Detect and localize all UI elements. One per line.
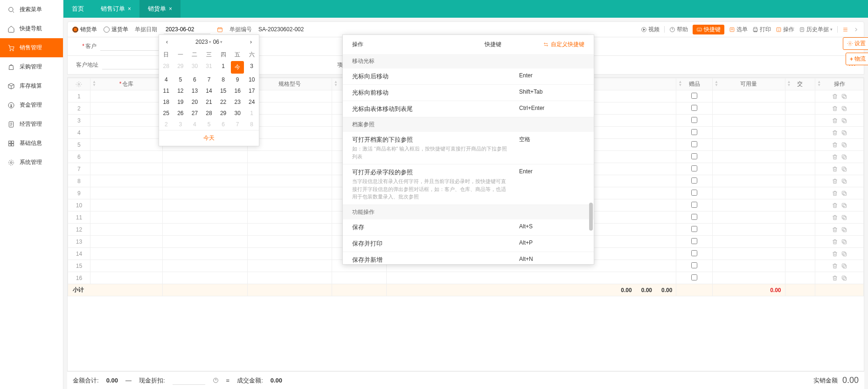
gift-checkbox[interactable] [691,190,697,196]
dp-day[interactable]: 今 [231,61,244,74]
doc-date-input[interactable] [164,25,210,34]
dp-day[interactable]: 13 [187,85,202,96]
copy-icon[interactable] [841,166,847,172]
video-button[interactable]: 视频 [641,26,660,34]
gift-checkbox[interactable] [691,153,697,159]
gift-checkbox[interactable] [691,117,697,123]
delete-icon[interactable] [832,166,838,172]
dp-day[interactable]: 23 [230,96,245,108]
calendar-icon[interactable] [217,27,223,33]
sidebar-item-3[interactable]: 采购管理 [0,57,63,76]
dp-day[interactable]: 11 [159,85,174,96]
dp-day[interactable]: 3 [244,61,259,74]
gift-checkbox[interactable] [691,226,697,232]
gift-checkbox[interactable] [691,177,697,184]
dp-day[interactable]: 19 [174,96,188,108]
dp-day[interactable]: 24 [244,96,259,108]
col-7[interactable]: ▲▼操作 [815,78,864,90]
delete-icon[interactable] [832,214,838,221]
copy-icon[interactable] [841,142,847,148]
sidebar-item-7[interactable]: 基础信息 [0,134,63,153]
sidebar-item-2[interactable]: 销售管理 [0,38,63,57]
logistics-button[interactable]: +物流 [846,53,868,65]
copy-icon[interactable] [841,275,847,281]
dp-day[interactable]: 1 [216,61,230,74]
cash-discount-input[interactable] [173,376,205,385]
gift-checkbox[interactable] [691,238,697,244]
shortcut-scrollbar[interactable] [589,203,593,231]
dp-day[interactable]: 16 [230,85,245,96]
close-icon[interactable]: × [128,6,131,12]
dp-day[interactable]: 26 [174,108,188,119]
sidebar-item-6[interactable]: 经营管理 [0,115,63,134]
gift-checkbox[interactable] [691,105,697,111]
copy-icon[interactable] [841,214,847,221]
dp-day[interactable]: 8 [216,74,230,85]
delete-icon[interactable] [832,142,838,148]
col-6[interactable]: ▲▼交 [785,78,815,90]
copy-icon[interactable] [841,251,847,257]
dp-day[interactable]: 30 [230,108,245,119]
delete-icon[interactable] [832,117,838,124]
dp-day[interactable]: 5 [174,74,188,85]
col-4[interactable]: ▲▼赠品 [676,78,713,90]
delete-icon[interactable] [832,178,838,184]
tab-0[interactable]: 首页 [63,0,92,18]
table-row[interactable]: 16 [68,272,864,284]
horizontal-scrollbar[interactable] [68,365,864,371]
gift-checkbox[interactable] [691,93,697,99]
dp-day[interactable]: 18 [159,96,174,108]
gift-checkbox[interactable] [691,202,697,208]
custom-shortcut-link[interactable]: 自定义快捷键 [543,41,584,48]
delete-icon[interactable] [832,93,838,100]
col-2[interactable]: ▲▼规格型号 [247,78,332,90]
delete-icon[interactable] [832,154,838,160]
gift-checkbox[interactable] [691,129,697,135]
delete-icon[interactable] [832,263,838,269]
delete-icon[interactable] [832,239,838,245]
dp-day[interactable]: 4 [159,74,174,85]
dp-day[interactable]: 27 [187,108,202,119]
shortcut-button[interactable]: 快捷键 [693,25,724,34]
radio-return[interactable]: 退货单 [104,26,128,34]
copy-icon[interactable] [841,105,847,112]
gift-checkbox[interactable] [691,262,697,268]
list-icon[interactable] [842,27,848,33]
dp-day[interactable]: 7 [202,74,216,85]
dp-day[interactable]: 29 [216,108,230,119]
dp-day[interactable]: 25 [159,108,174,119]
sidebar-item-0[interactable]: 搜索菜单 [0,0,63,19]
close-icon[interactable]: × [169,6,172,12]
dp-day[interactable]: 22 [216,96,230,108]
operate-button[interactable]: 操作 [776,26,794,34]
copy-icon[interactable] [841,178,847,184]
dp-day[interactable]: 9 [230,74,245,85]
gear-column[interactable] [68,78,90,90]
copy-icon[interactable] [841,117,847,124]
copy-icon[interactable] [841,130,847,136]
dp-day[interactable]: 6 [187,74,202,85]
gift-checkbox[interactable] [691,141,697,147]
dp-day[interactable]: 14 [202,85,216,96]
print-button[interactable]: 打印 [752,26,771,34]
copy-icon[interactable] [841,226,847,233]
dp-day[interactable]: 15 [216,85,230,96]
col-0[interactable]: ▲▼*仓库 [90,78,162,90]
sidebar-item-4[interactable]: 库存核算 [0,76,63,96]
copy-icon[interactable] [841,190,847,197]
history-button[interactable]: 历史单据▾ [799,26,833,34]
sidebar-item-1[interactable]: 快捷导航 [0,19,63,38]
dp-day[interactable]: 20 [187,96,202,108]
gift-checkbox[interactable] [691,274,697,280]
gift-checkbox[interactable] [691,250,697,256]
sidebar-item-5[interactable]: 资金管理 [0,96,63,115]
delete-icon[interactable] [832,105,838,112]
gift-checkbox[interactable] [691,165,697,171]
dp-day[interactable]: 28 [202,108,216,119]
arrow-right-icon[interactable] [853,27,859,33]
dp-day[interactable]: 12 [174,85,188,96]
copy-icon[interactable] [841,263,847,269]
select-order-button[interactable]: 选单 [729,26,748,34]
settings-button[interactable]: 设置 [843,37,868,50]
col-5[interactable]: ▲▼可用量 [713,78,785,90]
